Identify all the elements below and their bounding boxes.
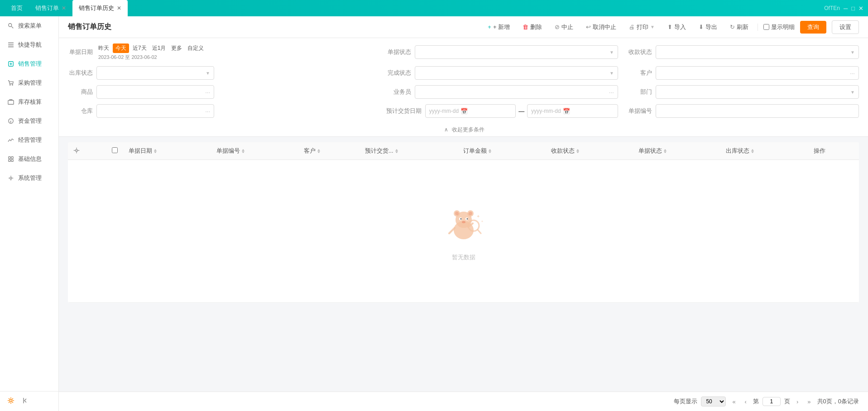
customer-control[interactable]: ··· [656, 66, 859, 80]
th-bill-status[interactable]: 单据状态 [633, 142, 720, 160]
sidebar-item-system[interactable]: 系统管理 [0, 169, 58, 188]
svg-point-30 [466, 218, 468, 220]
sidebar-collapse-icon[interactable] [22, 397, 29, 406]
date-btn-yesterday[interactable]: 昨天 [96, 44, 111, 53]
filter-salesperson: 业务员 ··· [386, 85, 618, 99]
th-customer[interactable]: 客户 [298, 142, 360, 160]
inventory-icon [7, 98, 14, 106]
tab-home[interactable]: 首页 [5, 0, 29, 16]
date-btns: 昨天 今天 近7天 近1月 更多 自定义 [96, 44, 206, 53]
minimize-btn[interactable]: ─ [844, 5, 848, 12]
new-btn[interactable]: + + 新增 [484, 21, 513, 33]
th-delivery-date[interactable]: 预计交货... [360, 142, 458, 160]
sort-icon-out-status [751, 149, 754, 153]
sidebar-item-search-menu[interactable]: 搜索菜单 [0, 16, 58, 35]
svg-point-20 [76, 149, 77, 151]
first-page-btn[interactable]: « [729, 397, 738, 406]
show-detail-checkbox[interactable] [763, 24, 769, 30]
sidebar-item-sales[interactable]: 销售管理 [0, 54, 58, 73]
bill-status-arrow: ▼ [609, 50, 614, 55]
warehouse-control[interactable]: ··· [96, 104, 214, 118]
sidebar-item-base-info[interactable]: 基础信息 [0, 150, 58, 169]
sidebar-item-finance[interactable]: ¥ 资金管理 [0, 111, 58, 131]
empty-text: 暂无数据 [452, 253, 475, 261]
last-page-btn[interactable]: » [805, 397, 813, 406]
date-btn-1month[interactable]: 近1月 [150, 44, 168, 53]
filter-row-1: 单据日期 昨天 今天 近7天 近1月 更多 自定义 2023-06-02 至 2… [68, 44, 859, 61]
import-btn[interactable]: ⬆ 导入 [664, 21, 690, 33]
th-receipt-status[interactable]: 收款状态 [546, 142, 633, 160]
sidebar-settings-icon[interactable] [7, 397, 14, 406]
tab-close-history[interactable]: ✕ [117, 5, 121, 11]
th-out-status[interactable]: 出库状态 [720, 142, 808, 160]
print-btn[interactable]: 🖨 打印 ▼ [625, 21, 658, 33]
bill-status-control[interactable]: ▼ [415, 45, 618, 59]
filter-bill-status: 单据状态 ▼ [386, 45, 618, 59]
close-btn[interactable]: ✕ [858, 5, 863, 12]
table-header-row: 单据日期 单据编号 [68, 142, 859, 160]
th-bill-no[interactable]: 单据编号 [211, 142, 298, 160]
next-page-btn[interactable]: › [794, 397, 801, 406]
svg-point-31 [462, 221, 465, 223]
page-number-input[interactable] [762, 397, 781, 406]
filter-complete-status: 完成状态 ▼ [386, 66, 618, 80]
collapse-bar[interactable]: ∧ 收起更多条件 [68, 123, 859, 136]
th-settings[interactable] [68, 142, 106, 160]
filter-delivery-date: 预计交货日期 yyyy-mm-dd 📅 — yyyy-mm-dd 📅 [386, 104, 618, 118]
settings-btn[interactable]: 设置 [832, 20, 859, 34]
date-btn-7days[interactable]: 近7天 [131, 44, 149, 53]
sidebar-item-purchase[interactable]: 采购管理 [0, 73, 58, 92]
goods-control[interactable]: ··· [96, 85, 214, 99]
tab-sales-order[interactable]: 销售订单 ✕ [29, 0, 72, 16]
svg-text:✦: ✦ [476, 214, 480, 219]
date-btn-more[interactable]: 更多 [169, 44, 184, 53]
filter-goods: 商品 ··· [68, 85, 377, 99]
sort-icon-customer [317, 149, 320, 153]
filter-area: 单据日期 昨天 今天 近7天 近1月 更多 自定义 2023-06-02 至 2… [59, 38, 868, 137]
th-order-amount[interactable]: 订单金额 [458, 142, 545, 160]
delivery-date-start[interactable]: yyyy-mm-dd 📅 [425, 104, 516, 118]
complete-status-arrow: ▼ [609, 71, 614, 76]
date-btn-custom[interactable]: 自定义 [186, 44, 206, 53]
stop-btn[interactable]: ⊘ 中止 [551, 21, 577, 33]
salesperson-control[interactable]: ··· [415, 85, 618, 99]
system-icon [7, 174, 14, 182]
operation-icon [7, 136, 14, 144]
dept-control[interactable]: ▼ [656, 85, 859, 99]
svg-rect-10 [8, 101, 14, 105]
empty-illustration: ✦ ✦ [441, 201, 486, 246]
prev-page-btn[interactable]: ‹ [742, 397, 749, 406]
sidebar-item-operation[interactable]: 经营管理 [0, 131, 58, 150]
cancel-stop-btn[interactable]: ↩ 取消中止 [582, 21, 620, 33]
sidebar-item-quick-nav[interactable]: 快捷导航 [0, 35, 58, 54]
complete-status-control[interactable]: ▼ [415, 66, 618, 80]
query-btn[interactable]: 查询 [800, 21, 826, 34]
page-size-select[interactable]: 50 20 100 200 [701, 396, 726, 406]
svg-point-29 [460, 218, 461, 220]
receipt-status-arrow: ▼ [850, 50, 855, 55]
refresh-btn[interactable]: ↻ 刷新 [726, 21, 752, 33]
sidebar-item-inventory[interactable]: 库存核算 [0, 92, 58, 111]
maximize-btn[interactable]: □ [851, 5, 855, 12]
bill-no-control[interactable] [656, 104, 859, 118]
date-btn-today[interactable]: 今天 [113, 44, 129, 53]
brand-text: OfTEn [824, 5, 840, 11]
customer-dots: ··· [850, 70, 855, 77]
out-status-control[interactable]: ▼ [96, 66, 214, 80]
svg-point-0 [9, 24, 12, 27]
select-all-checkbox[interactable] [112, 147, 118, 153]
tab-close-sales-order[interactable]: ✕ [62, 5, 66, 11]
th-operation: 操作 [808, 142, 859, 160]
export-btn[interactable]: ⬇ 导出 [695, 21, 721, 33]
tab-sales-order-history[interactable]: 销售订单历史 ✕ [72, 0, 128, 16]
th-bill-date[interactable]: 单据日期 [123, 142, 211, 160]
show-detail-label[interactable]: 显示明细 [763, 23, 795, 31]
delete-btn[interactable]: 🗑 删除 [519, 21, 546, 33]
out-status-arrow: ▼ [206, 71, 210, 76]
delivery-date-end[interactable]: yyyy-mm-dd 📅 [527, 104, 618, 118]
receipt-status-control[interactable]: ▼ [656, 45, 859, 59]
filter-row-4: 仓库 ··· 预计交货日期 yyyy-mm-dd 📅 — [68, 104, 859, 118]
th-checkbox[interactable] [106, 142, 123, 160]
page-title: 销售订单历史 [68, 22, 484, 32]
filter-receipt-status: 收款状态 ▼ [627, 45, 859, 59]
